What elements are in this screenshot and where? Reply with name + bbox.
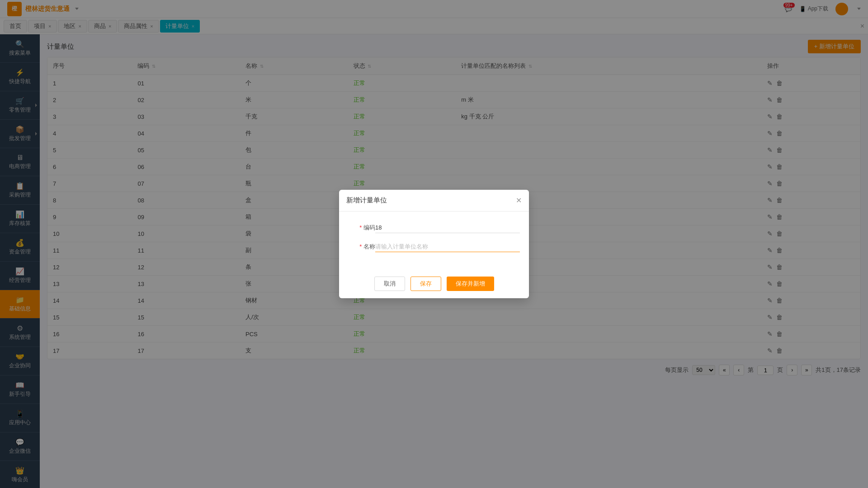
name-form-row: 名称 xyxy=(348,241,520,252)
modal-overlay: 新增计量单位 ✕ 编码 名称 取消 保存 保存并新增 xyxy=(0,0,868,488)
modal-close-icon[interactable]: ✕ xyxy=(516,196,522,205)
modal-body: 编码 名称 xyxy=(339,211,529,271)
cancel-button[interactable]: 取消 xyxy=(374,277,405,291)
name-label: 名称 xyxy=(348,243,375,251)
name-input[interactable] xyxy=(375,241,520,252)
save-and-new-button[interactable]: 保存并新增 xyxy=(447,277,494,291)
code-form-row: 编码 xyxy=(348,222,520,233)
modal-title: 新增计量单位 xyxy=(346,196,387,205)
modal-header: 新增计量单位 ✕ xyxy=(339,190,529,211)
add-measure-unit-modal: 新增计量单位 ✕ 编码 名称 取消 保存 保存并新增 xyxy=(339,190,529,298)
save-button[interactable]: 保存 xyxy=(410,277,441,291)
code-input[interactable] xyxy=(375,222,520,233)
code-label: 编码 xyxy=(348,224,375,232)
modal-footer: 取消 保存 保存并新增 xyxy=(339,271,529,298)
